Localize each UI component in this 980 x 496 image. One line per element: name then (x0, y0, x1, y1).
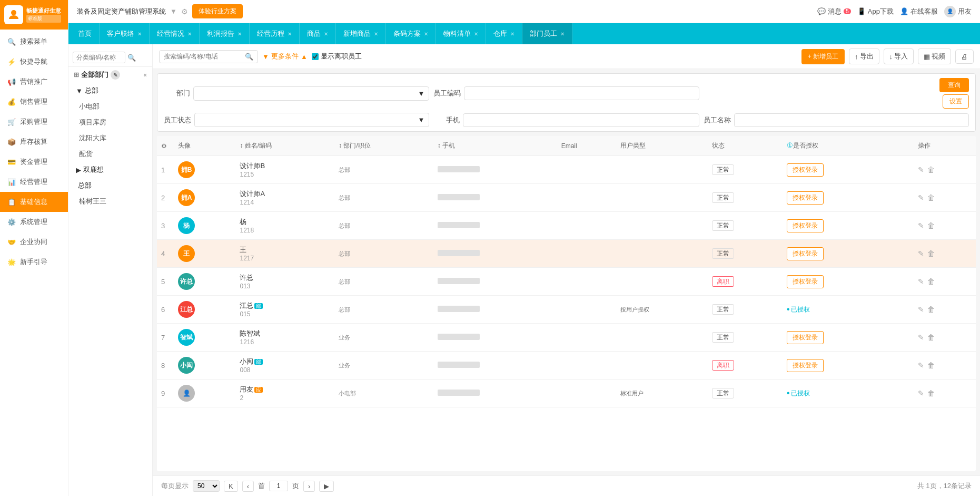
tab-close[interactable]: ✕ (137, 31, 142, 37)
per-page-select[interactable]: 50 100 200 (193, 480, 220, 492)
auth-button[interactable]: 授权登录 (787, 191, 824, 205)
tab-new-goods[interactable]: 新增商品✕ (336, 23, 386, 44)
sidebar-item-system[interactable]: ⚙️ 系统管理 (0, 212, 68, 232)
edit-btn[interactable]: ✎ (918, 277, 924, 286)
add-employee-button[interactable]: + 新增员工 (801, 49, 845, 64)
app-download-button[interactable]: 📱 App下载 (857, 7, 894, 16)
tab-bom[interactable]: 物料清单✕ (436, 23, 486, 44)
tab-warehouse[interactable]: 仓库✕ (486, 23, 522, 44)
employee-code-input[interactable] (464, 86, 699, 100)
prev-page-btn[interactable]: ‹ (242, 481, 254, 492)
delete-btn[interactable]: 🗑 (927, 277, 935, 286)
dept-filter-select[interactable]: ▼ (193, 86, 429, 101)
export-button[interactable]: ↑ 导出 (849, 48, 879, 64)
tab-close[interactable]: ✕ (187, 31, 192, 37)
delete-btn[interactable]: 🗑 (927, 361, 935, 369)
auth-button[interactable]: 授权登录 (787, 247, 824, 260)
col-name[interactable]: ↕ 姓名/编码 (235, 136, 334, 156)
auth-button[interactable]: 授权登录 (787, 275, 824, 288)
sidebar-item-purchase[interactable]: 🛒 采购管理 (0, 112, 68, 132)
auth-button[interactable]: 授权登录 (787, 163, 824, 177)
sidebar-item-basic-info[interactable]: 📋 基础信息 (0, 192, 68, 212)
delete-btn[interactable]: 🗑 (927, 249, 935, 258)
tab-history[interactable]: 经营历程✕ (250, 23, 300, 44)
user-menu[interactable]: 👤 用友 (944, 6, 972, 17)
tab-close[interactable]: ✕ (374, 31, 378, 37)
search-icon[interactable]: 🔍 (245, 53, 253, 61)
delete-btn[interactable]: 🗑 (927, 193, 935, 202)
message-button[interactable]: 💬 消息 5 (817, 7, 851, 16)
tab-operations[interactable]: 经营情况✕ (150, 23, 200, 44)
tab-profit[interactable]: 利润报告✕ (200, 23, 250, 44)
sidebar-item-inventory[interactable]: 📦 库存核算 (0, 132, 68, 152)
tab-employees[interactable]: 部门员工✕ (522, 23, 572, 44)
col-settings[interactable]: ⚙ (157, 136, 174, 156)
tab-close[interactable]: ✕ (288, 31, 292, 37)
employee-name-input[interactable] (734, 113, 969, 127)
edit-btn[interactable]: ✎ (918, 249, 924, 258)
auth-button[interactable]: 授权登录 (787, 219, 824, 232)
tab-close[interactable]: ✕ (324, 31, 328, 37)
online-service-button[interactable]: 👤 在线客服 (900, 7, 938, 16)
print-button[interactable]: 🖨 (955, 50, 974, 64)
phone-input[interactable] (463, 113, 699, 127)
import-button[interactable]: ↓ 导入 (884, 48, 914, 64)
dept-item-shenyang[interactable]: 沈阳大库 (68, 130, 152, 146)
delete-btn[interactable]: 🗑 (927, 166, 935, 174)
auth-button[interactable]: 授权登录 (787, 359, 824, 372)
sidebar-item-sales[interactable]: 💰 销售管理 (0, 92, 68, 112)
delete-btn[interactable]: 🗑 (927, 305, 935, 314)
col-phone[interactable]: ↕ 手机 (433, 136, 557, 156)
tab-close[interactable]: ✕ (560, 31, 565, 37)
tab-close[interactable]: ✕ (474, 31, 478, 37)
col-dept[interactable]: ↕ 部门/职位 (334, 136, 433, 156)
sidebar-item-management[interactable]: 📊 经营管理 (0, 172, 68, 192)
view-button[interactable]: ▦ 视频 (918, 48, 951, 64)
sidebar-item-finance[interactable]: 💳 资金管理 (0, 152, 68, 172)
collapse-left-icon[interactable]: « (143, 71, 147, 79)
query-button[interactable]: 查询 (939, 78, 969, 92)
edit-btn[interactable]: ✎ (918, 389, 924, 397)
status-filter-select[interactable]: ▼ (194, 113, 429, 127)
last-page-btn[interactable]: ▶ (319, 481, 334, 492)
sidebar-item-nav[interactable]: ⚡ 快捷导航 (0, 52, 68, 72)
sidebar-item-search[interactable]: 🔍 搜索菜单 (0, 32, 68, 52)
delete-btn[interactable]: 🗑 (927, 389, 935, 397)
dept-group-shuangluxiang[interactable]: ▶ 双鹿想 (68, 162, 152, 178)
delete-btn[interactable]: 🗑 (927, 221, 935, 230)
first-page-btn[interactable]: K (224, 481, 238, 492)
edit-btn[interactable]: ✎ (918, 333, 924, 342)
edit-btn[interactable]: ✎ (918, 361, 924, 369)
tab-close[interactable]: ✕ (424, 31, 428, 37)
tab-home[interactable]: 首页 (71, 23, 100, 44)
dept-edit-icon[interactable]: ✎ (111, 70, 120, 80)
tab-customer[interactable]: 客户联络✕ (100, 23, 150, 44)
sidebar-item-guide[interactable]: 🌟 新手引导 (0, 252, 68, 272)
dept-item-nanshuwang[interactable]: 楠树王三 (68, 193, 152, 209)
filter-settings-button[interactable]: 设置 (943, 94, 969, 109)
tab-close[interactable]: ✕ (510, 31, 514, 37)
delete-btn[interactable]: 🗑 (927, 333, 935, 342)
tab-barcode[interactable]: 条码方案✕ (386, 23, 436, 44)
auth-button[interactable]: 授权登录 (787, 331, 824, 344)
dept-group-general-2[interactable]: 总部 (68, 178, 152, 193)
show-resigned-checkbox[interactable]: 显示离职员工 (312, 52, 362, 61)
page-number-input[interactable] (269, 481, 288, 491)
dept-item-small-elec[interactable]: 小电部 (68, 99, 152, 114)
dept-item-project[interactable]: 项目库房 (68, 114, 152, 130)
search-input[interactable] (164, 53, 243, 60)
trial-button[interactable]: 体验行业方案 (192, 4, 243, 18)
dept-all-header[interactable]: ⊞ 全部部门 ✎ « (68, 67, 152, 83)
dropdown-icon[interactable]: ▼ (170, 7, 177, 15)
tab-close[interactable]: ✕ (237, 31, 242, 37)
dept-search-input[interactable] (73, 52, 125, 63)
settings-icon[interactable]: ⚙ (181, 7, 188, 16)
edit-btn[interactable]: ✎ (918, 193, 924, 202)
tab-goods[interactable]: 商品✕ (300, 23, 336, 44)
sidebar-item-collab[interactable]: 🤝 企业协同 (0, 232, 68, 252)
dept-group-general[interactable]: ▼ 总部 (68, 83, 152, 99)
next-page-btn[interactable]: › (303, 481, 315, 492)
dept-search-icon[interactable]: 🔍 (127, 54, 136, 62)
dept-item-peihuо[interactable]: 配货 (68, 146, 152, 162)
edit-btn[interactable]: ✎ (918, 305, 924, 314)
